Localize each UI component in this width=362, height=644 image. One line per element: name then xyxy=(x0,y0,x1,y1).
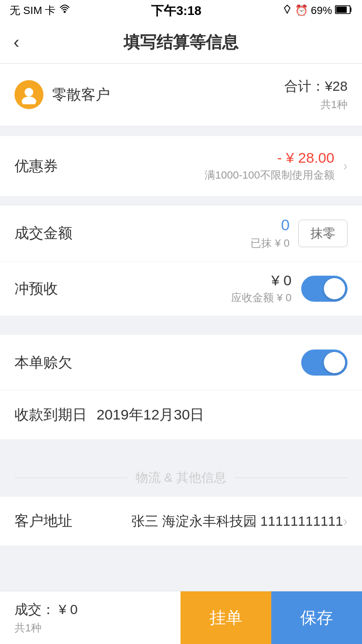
prepay-label: 冲预收 xyxy=(14,279,58,299)
hold-button[interactable]: 挂单 xyxy=(181,591,271,644)
address-chevron-icon: › xyxy=(343,514,348,529)
prepay-right: ¥ 0 应收金额 ¥ 0 xyxy=(231,272,348,305)
coupon-chevron-icon: › xyxy=(343,158,348,174)
coupon-section: 优惠券 - ¥ 28.00 满1000-100不限制使用金额 › xyxy=(0,136,362,196)
svg-point-3 xyxy=(25,88,33,97)
bottom-transaction-label: 成交： xyxy=(14,602,55,617)
logistics-label: 物流 & 其他信息 xyxy=(136,469,226,486)
svg-rect-2 xyxy=(336,7,347,13)
credit-toggle[interactable] xyxy=(301,350,348,376)
location-icon xyxy=(282,4,292,17)
coupon-discount-value: - ¥ 28.00 满1000-100不限制使用金额 xyxy=(205,150,334,182)
coupon-desc: 满1000-100不限制使用金额 xyxy=(205,168,334,182)
status-right: ⏰ 69% xyxy=(282,4,352,17)
content-area: 零散客户 合计：¥28 共1种 优惠券 - ¥ 28.00 满1000-100不… xyxy=(0,64,362,603)
transaction-section: 成交金额 0 已抹 ¥ 0 抹零 冲预收 ¥ 0 应收金额 ¥ 0 xyxy=(0,206,362,316)
battery-icon xyxy=(335,4,352,17)
due-date-value[interactable]: 2019年12月30日 xyxy=(97,405,204,425)
address-value: 张三 海淀永丰科技园 11111111111 xyxy=(82,512,343,531)
customer-avatar xyxy=(14,80,43,109)
coupon-value-right: - ¥ 28.00 满1000-100不限制使用金额 › xyxy=(205,150,348,182)
due-date-label: 收款到期日 xyxy=(14,405,87,425)
prepay-toggle[interactable] xyxy=(301,276,348,302)
alarm-icon: ⏰ xyxy=(295,4,308,17)
address-row[interactable]: 客户地址 张三 海淀永丰科技园 11111111111 › xyxy=(0,497,362,546)
transaction-right: 0 已抹 ¥ 0 抹零 xyxy=(251,216,348,251)
bottom-transaction-value: ¥ 0 xyxy=(59,602,78,617)
transaction-amount[interactable]: 0 xyxy=(281,216,290,234)
transaction-label: 成交金额 xyxy=(14,224,72,243)
back-button[interactable]: ‹ xyxy=(14,32,19,53)
address-label: 客户地址 xyxy=(14,511,72,531)
logistics-section: 物流 & 其他信息 xyxy=(0,459,362,497)
battery-text: 69% xyxy=(311,4,332,17)
logistics-header: 物流 & 其他信息 xyxy=(0,459,362,497)
prepay-amount: ¥ 0 xyxy=(231,272,292,289)
carrier-text: 无 SIM 卡 xyxy=(10,3,56,18)
customer-section: 零散客户 合计：¥28 共1种 xyxy=(0,64,362,126)
customer-name: 零散客户 xyxy=(52,85,110,105)
bottom-bar: 成交： ¥ 0 共1种 挂单 保存 xyxy=(0,591,362,644)
customer-count: 共1种 xyxy=(284,98,348,112)
credit-label: 本单赊欠 xyxy=(14,353,72,373)
coupon-amount: - ¥ 28.00 xyxy=(205,150,334,166)
svg-point-4 xyxy=(22,97,36,104)
coupon-row[interactable]: 优惠券 - ¥ 28.00 满1000-100不限制使用金额 › xyxy=(0,136,362,196)
status-left: 无 SIM 卡 xyxy=(10,3,70,18)
bottom-count: 共1种 xyxy=(14,621,166,635)
transaction-deducted: 已抹 ¥ 0 xyxy=(251,236,290,251)
section-divider-4 xyxy=(0,439,362,449)
round-button[interactable]: 抹零 xyxy=(298,220,348,247)
section-divider-1 xyxy=(0,126,362,136)
wifi-icon xyxy=(59,4,70,17)
credit-section: 本单赊欠 收款到期日 2019年12月30日 xyxy=(0,335,362,439)
page-title: 填写结算等信息 xyxy=(124,31,238,54)
coupon-label: 优惠券 xyxy=(14,156,58,176)
save-button[interactable]: 保存 xyxy=(271,591,362,644)
status-time: 下午3:18 xyxy=(151,2,201,19)
prepay-row: 冲预收 ¥ 0 应收金额 ¥ 0 xyxy=(0,262,362,316)
prepay-values: ¥ 0 应收金额 ¥ 0 xyxy=(231,272,292,305)
section-divider-3 xyxy=(0,316,362,325)
bottom-transaction: 成交： ¥ 0 xyxy=(14,601,166,619)
address-section: 客户地址 张三 海淀永丰科技园 11111111111 › xyxy=(0,497,362,546)
section-divider-2 xyxy=(0,196,362,206)
customer-total: 合计：¥28 xyxy=(284,77,348,96)
customer-right: 合计：¥28 共1种 xyxy=(284,77,348,112)
bottom-info: 成交： ¥ 0 共1种 xyxy=(0,591,181,644)
prepay-receivable: 应收金额 ¥ 0 xyxy=(231,291,292,305)
status-bar: 无 SIM 卡 下午3:18 ⏰ 69% xyxy=(0,0,362,21)
nav-bar: ‹ 填写结算等信息 xyxy=(0,21,362,64)
due-date-row: 收款到期日 2019年12月30日 xyxy=(0,390,362,439)
transaction-row: 成交金额 0 已抹 ¥ 0 抹零 xyxy=(0,206,362,262)
credit-row: 本单赊欠 xyxy=(0,335,362,390)
customer-left: 零散客户 xyxy=(14,80,110,109)
transaction-input-wrap: 0 已抹 ¥ 0 xyxy=(251,216,290,251)
svg-point-0 xyxy=(64,11,66,13)
